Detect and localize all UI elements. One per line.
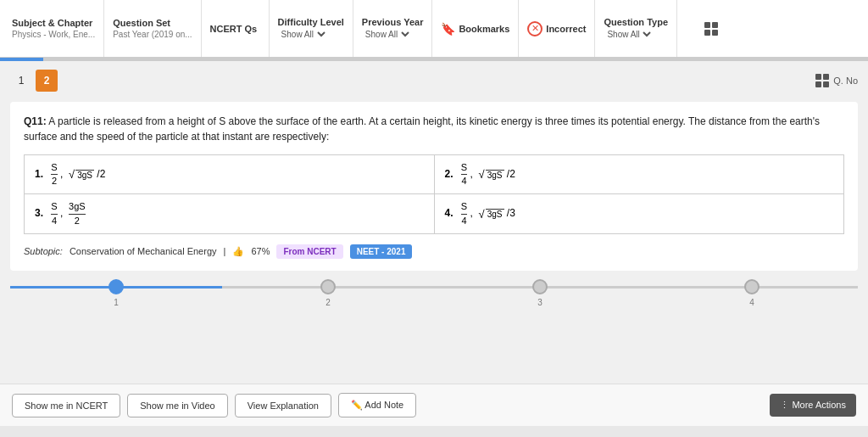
subject-chapter-item[interactable]: Subject & Chapter Physics - Work, Ene...: [3, 0, 104, 57]
view-explanation-button[interactable]: View Explanation: [235, 394, 331, 417]
progress-dot-1: [108, 279, 124, 294]
svg-rect-4: [815, 74, 821, 80]
option-4[interactable]: 4. S 4 , √ 3gS /3: [434, 194, 844, 233]
bookmarks-item[interactable]: 🔖 Bookmarks: [432, 0, 519, 57]
question-area: Q11: A particle is released from a heigh…: [10, 102, 858, 271]
question-set-item[interactable]: Question Set Past Year (2019 on...: [104, 0, 201, 57]
step-label-3: 3: [537, 298, 542, 307]
question-text: Q11: A particle is released from a heigh…: [24, 114, 844, 144]
main-content: 1 2 Q. No Q11: A particle is released fr…: [0, 61, 868, 384]
question-type-dropdown[interactable]: Show All: [604, 29, 654, 40]
svg-rect-5: [823, 74, 829, 80]
difficulty-level-label: Difficulty Level: [278, 17, 344, 27]
edit-icon: ✏️: [351, 400, 364, 410]
show-video-button[interactable]: Show me in Video: [127, 394, 227, 417]
option-1[interactable]: 1. S 2 , √ 3gS /2: [25, 155, 435, 194]
show-ncert-button[interactable]: Show me in NCERT: [12, 394, 120, 417]
progress-step-1: 1: [10, 279, 222, 307]
subtopic-label: Subtopic:: [24, 246, 63, 256]
progress-dot-4: [744, 279, 760, 294]
toolbar: Subject & Chapter Physics - Work, Ene...…: [0, 0, 868, 58]
step-label-1: 1: [114, 298, 119, 307]
svg-rect-2: [704, 30, 710, 36]
more-icon: ⋮: [780, 400, 792, 410]
step-label-2: 2: [326, 298, 331, 307]
bookmark-icon: 🔖: [441, 22, 455, 36]
more-actions-button[interactable]: ⋮ More Actions: [770, 394, 856, 417]
option-3[interactable]: 3. S 4 , 3gS 2: [25, 194, 435, 233]
question-body: A particle is released from a height of …: [24, 115, 820, 143]
ncert-qs-label: NCERT Qs: [210, 24, 260, 34]
svg-rect-6: [815, 81, 821, 87]
incorrect-icon: ✕: [527, 21, 542, 36]
question-type-label: Question Type: [604, 17, 668, 27]
q-count-label: Q. No: [833, 76, 858, 86]
tag-neet: NEET - 2021: [350, 244, 413, 259]
step-label-4: 4: [749, 298, 754, 307]
subject-chapter-label: Subject & Chapter: [12, 18, 95, 28]
progress-step-2: 2: [222, 279, 434, 307]
progress-step-4: 4: [646, 279, 858, 307]
subject-chapter-sublabel: Physics - Work, Ene...: [12, 30, 95, 39]
difficulty-dropdown[interactable]: Show All: [278, 29, 328, 40]
svg-rect-7: [823, 81, 829, 87]
progress-step-3: 3: [434, 279, 646, 307]
tag-ncert: From NCERT: [276, 244, 342, 259]
svg-rect-3: [712, 30, 718, 36]
grid-toggle-item[interactable]: [677, 0, 745, 57]
difficulty-level-item[interactable]: Difficulty Level Show All: [270, 0, 353, 57]
subtopic-row: Subtopic: Conservation of Mechanical Ene…: [24, 244, 844, 259]
previous-year-item[interactable]: Previous Year Show All: [353, 0, 433, 57]
previous-year-label: Previous Year: [362, 17, 424, 27]
question-set-sublabel: Past Year (2019 on...: [113, 30, 192, 39]
incorrect-label: Incorrect: [546, 24, 586, 34]
progress-dot-3: [532, 279, 548, 294]
q-count: Q. No: [815, 73, 858, 88]
accuracy-val: 67%: [251, 246, 270, 256]
ncert-qs-item[interactable]: NCERT Qs: [202, 0, 270, 57]
option-2[interactable]: 2. S 4 , √ 3gS /2: [434, 155, 844, 194]
svg-rect-1: [712, 22, 718, 28]
grid-icon: [704, 21, 719, 36]
question-number: Q11:: [24, 115, 47, 127]
incorrect-item[interactable]: ✕ Incorrect: [519, 0, 595, 57]
page-1[interactable]: 1: [10, 70, 32, 92]
progress-section: 1 2 3 4: [10, 279, 858, 307]
accuracy-icon: 👍: [232, 246, 244, 257]
page-2[interactable]: 2: [36, 70, 58, 92]
bottom-bar: Show me in NCERT Show me in Video View E…: [0, 384, 868, 426]
progress-dot-2: [320, 279, 336, 294]
add-note-button[interactable]: ✏️ Add Note: [338, 393, 416, 417]
question-type-item[interactable]: Question Type Show All: [595, 0, 677, 57]
question-set-label: Question Set: [113, 18, 192, 28]
page-numbers: 1 2: [10, 70, 58, 92]
bookmarks-label: Bookmarks: [459, 24, 509, 34]
subtopic-value: Conservation of Mechanical Energy: [70, 246, 217, 256]
previous-year-dropdown[interactable]: Show All: [362, 29, 412, 40]
options-table: 1. S 2 , √ 3gS /2 2. S 4: [24, 154, 844, 234]
svg-rect-0: [704, 22, 710, 28]
q-count-grid-icon: [815, 73, 830, 88]
separator: |: [224, 246, 226, 256]
top-row: 1 2 Q. No: [10, 70, 858, 92]
